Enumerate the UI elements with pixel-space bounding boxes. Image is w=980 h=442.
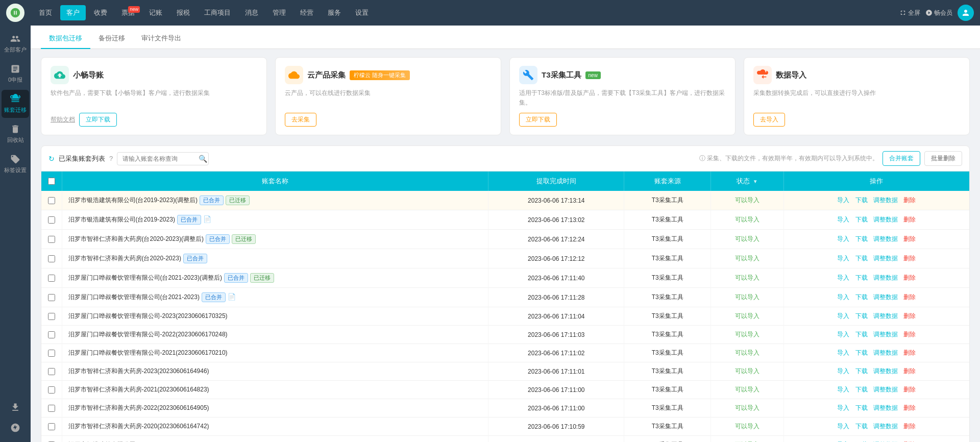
fullscreen-button[interactable]: 全屏 bbox=[899, 9, 920, 17]
row-checkbox-13[interactable] bbox=[48, 423, 55, 430]
batch-delete-btn[interactable]: 批量删除 bbox=[924, 151, 962, 166]
sidebar-item-account-migrate[interactable]: 账套迁移 bbox=[2, 90, 29, 118]
row-checkbox-1[interactable] bbox=[48, 197, 55, 204]
action-download-2[interactable]: 下载 bbox=[853, 216, 870, 223]
row-checkbox-2[interactable] bbox=[48, 216, 55, 224]
search-input[interactable] bbox=[117, 152, 209, 165]
sidebar-item-all-customers[interactable]: 全部客户 bbox=[2, 30, 29, 58]
action-download-1[interactable]: 下载 bbox=[853, 197, 870, 204]
action-import-3[interactable]: 导入 bbox=[835, 235, 851, 242]
action-download-6[interactable]: 下载 bbox=[853, 293, 870, 301]
tab-audit-export[interactable]: 审计文件导出 bbox=[133, 29, 189, 49]
action-adjust-5[interactable]: 调整数据 bbox=[871, 274, 900, 281]
action-adjust-7[interactable]: 调整数据 bbox=[871, 312, 900, 320]
nav-invoice[interactable]: 票据new bbox=[115, 5, 141, 20]
action-adjust-1[interactable]: 调整数据 bbox=[871, 197, 900, 204]
th-status[interactable]: 状态 ▼ bbox=[711, 171, 783, 191]
action-import-12[interactable]: 导入 bbox=[835, 404, 851, 411]
action-delete-12[interactable]: 删除 bbox=[901, 404, 918, 411]
action-import-6[interactable]: 导入 bbox=[835, 293, 851, 301]
go-import-btn[interactable]: 去导入 bbox=[753, 113, 785, 127]
row-checkbox-5[interactable] bbox=[48, 275, 55, 282]
nav-billing[interactable]: 收费 bbox=[88, 5, 113, 20]
nav-tax[interactable]: 报税 bbox=[170, 5, 196, 20]
download-now-btn-2[interactable]: 立即下载 bbox=[519, 113, 557, 127]
action-adjust-2[interactable]: 调整数据 bbox=[871, 216, 900, 223]
row-checkbox-4[interactable] bbox=[48, 255, 55, 262]
merge-accounts-btn[interactable]: 合并账套 bbox=[883, 151, 920, 166]
sidebar-item-download[interactable] bbox=[2, 398, 29, 416]
row-checkbox-12[interactable] bbox=[48, 405, 55, 412]
row-checkbox-7[interactable] bbox=[48, 313, 55, 320]
row-checkbox-10[interactable] bbox=[48, 368, 55, 375]
nav-customer[interactable]: 客户 bbox=[60, 5, 86, 20]
action-download-7[interactable]: 下载 bbox=[853, 312, 870, 320]
tab-backup-migration[interactable]: 备份迁移 bbox=[90, 29, 133, 49]
action-import-1[interactable]: 导入 bbox=[835, 197, 851, 204]
action-delete-10[interactable]: 删除 bbox=[901, 367, 918, 375]
action-delete-2[interactable]: 删除 bbox=[901, 216, 918, 223]
refresh-icon[interactable]: ↻ bbox=[48, 155, 55, 163]
select-all-checkbox[interactable] bbox=[48, 178, 55, 185]
nav-business[interactable]: 工商项目 bbox=[198, 5, 237, 20]
nav-bookkeeping[interactable]: 记账 bbox=[143, 5, 168, 20]
action-delete-8[interactable]: 删除 bbox=[901, 331, 918, 338]
action-delete-11[interactable]: 删除 bbox=[901, 386, 918, 393]
row-checkbox-3[interactable] bbox=[48, 236, 55, 243]
tab-data-migration[interactable]: 数据包迁移 bbox=[41, 29, 90, 49]
action-delete-3[interactable]: 删除 bbox=[901, 235, 918, 242]
action-adjust-10[interactable]: 调整数据 bbox=[871, 367, 900, 375]
action-download-11[interactable]: 下载 bbox=[853, 386, 870, 393]
row-checkbox-6[interactable] bbox=[48, 294, 55, 301]
action-import-11[interactable]: 导入 bbox=[835, 386, 851, 393]
row-checkbox-9[interactable] bbox=[48, 350, 55, 357]
user-avatar[interactable] bbox=[958, 5, 974, 21]
action-import-4[interactable]: 导入 bbox=[835, 255, 851, 262]
help-icon[interactable]: ? bbox=[109, 155, 113, 162]
nav-service[interactable]: 服务 bbox=[322, 5, 347, 20]
action-adjust-8[interactable]: 调整数据 bbox=[871, 331, 900, 338]
action-import-13[interactable]: 导入 bbox=[835, 423, 851, 430]
action-import-8[interactable]: 导入 bbox=[835, 331, 851, 338]
action-delete-9[interactable]: 删除 bbox=[901, 349, 918, 356]
help-doc-link[interactable]: 帮助文档 bbox=[51, 115, 75, 124]
row-checkbox-8[interactable] bbox=[48, 331, 55, 338]
action-download-10[interactable]: 下载 bbox=[853, 367, 870, 375]
action-import-2[interactable]: 导入 bbox=[835, 216, 851, 223]
action-import-9[interactable]: 导入 bbox=[835, 349, 851, 356]
action-delete-13[interactable]: 删除 bbox=[901, 423, 918, 430]
member-button[interactable]: 畅会员 bbox=[925, 9, 952, 17]
action-import-5[interactable]: 导入 bbox=[835, 274, 851, 281]
action-download-3[interactable]: 下载 bbox=[853, 235, 870, 242]
sidebar-item-config[interactable] bbox=[2, 419, 29, 437]
nav-message[interactable]: 消息 bbox=[239, 5, 264, 20]
action-delete-5[interactable]: 删除 bbox=[901, 274, 918, 281]
action-download-5[interactable]: 下载 bbox=[853, 274, 870, 281]
action-delete-6[interactable]: 删除 bbox=[901, 293, 918, 301]
sidebar-item-zero-report[interactable]: 0申报 bbox=[2, 60, 29, 88]
nav-operation[interactable]: 经营 bbox=[294, 5, 320, 20]
nav-settings[interactable]: 设置 bbox=[349, 5, 375, 20]
sidebar-item-tag-settings[interactable]: 标签设置 bbox=[2, 150, 29, 178]
action-adjust-12[interactable]: 调整数据 bbox=[871, 404, 900, 411]
action-adjust-11[interactable]: 调整数据 bbox=[871, 386, 900, 393]
action-adjust-13[interactable]: 调整数据 bbox=[871, 423, 900, 430]
app-logo[interactable] bbox=[6, 4, 24, 22]
action-adjust-6[interactable]: 调整数据 bbox=[871, 293, 900, 301]
action-delete-7[interactable]: 删除 bbox=[901, 312, 918, 320]
action-import-10[interactable]: 导入 bbox=[835, 367, 851, 375]
action-delete-1[interactable]: 删除 bbox=[901, 197, 918, 204]
action-adjust-9[interactable]: 调整数据 bbox=[871, 349, 900, 356]
go-collect-btn[interactable]: 去采集 bbox=[285, 113, 316, 127]
download-now-btn-1[interactable]: 立即下载 bbox=[79, 113, 117, 127]
sidebar-item-recycle[interactable]: 回收站 bbox=[2, 120, 29, 148]
nav-manage[interactable]: 管理 bbox=[266, 5, 292, 20]
search-button[interactable]: 🔍 bbox=[199, 155, 207, 163]
row-checkbox-11[interactable] bbox=[48, 386, 55, 394]
action-adjust-3[interactable]: 调整数据 bbox=[871, 235, 900, 242]
action-delete-4[interactable]: 删除 bbox=[901, 255, 918, 262]
action-download-12[interactable]: 下载 bbox=[853, 404, 870, 411]
action-download-4[interactable]: 下载 bbox=[853, 255, 870, 262]
action-import-7[interactable]: 导入 bbox=[835, 312, 851, 320]
nav-home[interactable]: 首页 bbox=[33, 5, 58, 20]
